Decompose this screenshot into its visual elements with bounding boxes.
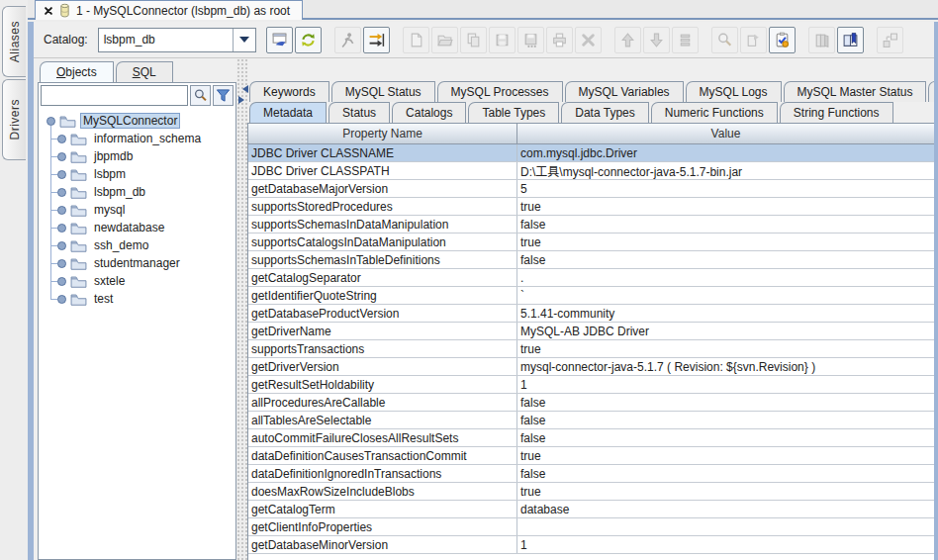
tree-expand-handle-icon[interactable] — [57, 152, 66, 161]
move-up-button[interactable] — [614, 27, 641, 53]
tree-expand-handle-icon[interactable] — [47, 117, 55, 126]
tree-expand-handle-icon[interactable] — [57, 259, 66, 268]
detail-tab[interactable]: String Functions — [780, 102, 893, 123]
table-row[interactable]: getResultSetHoldability 1 — [248, 376, 934, 394]
tree-node[interactable]: information_schema — [39, 130, 235, 147]
rollback-button[interactable] — [295, 27, 322, 53]
table-row[interactable]: getIdentifierQuoteString ` — [248, 287, 934, 305]
detail-tab[interactable]: Metadata — [249, 102, 327, 123]
sidebar-tab-aliases[interactable]: Aliases — [2, 6, 26, 77]
table-row[interactable]: supportsSchemasInDataManipulation false — [248, 216, 934, 233]
open-button[interactable] — [431, 27, 458, 53]
table-row[interactable]: supportsTransactions true — [248, 340, 934, 358]
tree-node[interactable]: mysql — [39, 201, 235, 219]
detail-tab[interactable]: Numeric Functions — [651, 102, 778, 123]
tree-node-root[interactable]: MySQLConnector — [39, 112, 235, 130]
detail-tab[interactable]: MySQL Processes — [437, 81, 563, 102]
tree-expand-handle-icon[interactable] — [57, 188, 66, 197]
detail-tab[interactable]: Table Types — [468, 102, 559, 123]
tree-expand-handle-icon[interactable] — [57, 241, 66, 250]
tree-node[interactable]: sxtele — [39, 272, 235, 290]
move-down-button[interactable] — [643, 27, 670, 53]
table-row[interactable]: supportsStoredProcedures true — [248, 198, 934, 216]
commit-button[interactable] — [266, 27, 293, 53]
table-row[interactable]: doesMaxRowSizeIncludeBlobs true — [248, 483, 934, 501]
tree-expand-handle-icon[interactable] — [57, 224, 66, 233]
property-value-cell: com.mysql.jdbc.Driver — [517, 144, 934, 161]
table-row[interactable]: getClientInfoProperties — [248, 518, 934, 536]
table-row[interactable]: getDriverName MySQL-AB JDBC Driver — [248, 323, 934, 340]
column-header-value[interactable]: Value — [517, 124, 934, 143]
save-as-button[interactable] — [517, 27, 544, 53]
splitter-collapse-right-icon[interactable] — [238, 95, 245, 104]
detail-tab[interactable]: Data Types — [561, 102, 648, 123]
detail-tab[interactable]: MySQL Ma — [928, 81, 934, 102]
session-tab[interactable]: 1 - MySQLConnector (lsbpm_db) as root — [35, 0, 303, 20]
table-row[interactable]: getDatabaseMajorVersion 5 — [248, 180, 934, 198]
filter-button[interactable] — [213, 85, 234, 106]
table-row[interactable]: dataDefinitionIgnoredInTransactions fals… — [248, 465, 934, 483]
combobox-arrow-icon[interactable] — [233, 29, 255, 51]
table-row[interactable]: supportsCatalogsInDataManipulation true — [248, 233, 934, 251]
panel-tab[interactable]: Objects — [40, 61, 114, 82]
copy-button[interactable] — [460, 27, 487, 53]
find-button[interactable] — [711, 27, 738, 53]
tree-node[interactable]: newdatabase — [39, 219, 235, 236]
tree-node[interactable]: ssh_demo — [39, 236, 235, 254]
detail-tab[interactable]: MySQL Master Status — [784, 81, 927, 102]
table-row[interactable]: autoCommitFailureClosesAllResultSets fal… — [248, 429, 934, 447]
table-row[interactable]: allTablesAreSelectable false — [248, 412, 934, 429]
search-button[interactable] — [190, 85, 211, 106]
detail-tab[interactable]: MySQL Variables — [565, 81, 684, 102]
detail-tab[interactable]: MySQL Logs — [686, 81, 782, 102]
split-pane-divider[interactable] — [236, 58, 247, 560]
catalog-combobox[interactable]: lsbpm_db — [98, 28, 256, 52]
detail-tab[interactable]: MySQL Status — [331, 81, 435, 102]
table-row[interactable]: JDBC Driver CLASSPATH D:\工具\mysql-connec… — [248, 162, 934, 180]
tree-node[interactable]: lsbpm_db — [39, 183, 235, 201]
tree-node-label: information_schema — [91, 131, 204, 146]
folder-icon — [70, 293, 87, 306]
panel-tab[interactable]: SQL — [116, 61, 173, 82]
reconnect-button[interactable] — [363, 27, 390, 53]
sidebar-tab-drivers[interactable]: Drivers — [2, 79, 26, 160]
tree-node[interactable]: test — [39, 290, 235, 308]
tree-node[interactable]: studentmanager — [39, 254, 235, 272]
table-row[interactable]: supportsSchemasInTableDefinitions false — [248, 251, 934, 269]
tree-node[interactable]: lsbpm — [39, 165, 235, 183]
tree-expand-handle-icon[interactable] — [57, 295, 66, 304]
tree-search-input[interactable] — [41, 85, 188, 106]
books-button[interactable] — [808, 27, 835, 53]
property-value-cell: false — [517, 216, 934, 233]
tree-node[interactable]: jbpmdb — [39, 147, 235, 165]
delete-button[interactable] — [575, 27, 602, 53]
close-icon[interactable] — [44, 6, 53, 16]
tree-expand-handle-icon[interactable] — [57, 135, 66, 143]
table-row[interactable]: getCatalogSeparator . — [248, 269, 934, 287]
table-row[interactable]: JDBC Driver CLASSNAME com.mysql.jdbc.Dri… — [248, 144, 934, 162]
splitter-collapse-left-icon[interactable] — [238, 84, 245, 93]
table-row[interactable]: dataDefinitionCausesTransactionCommit tr… — [248, 447, 934, 465]
list-button[interactable] — [672, 27, 699, 53]
book-bookmark-button[interactable] — [837, 27, 864, 53]
replace-button[interactable] — [740, 27, 767, 53]
table-row[interactable]: getDriverVersion mysql-connector-java-5.… — [248, 358, 934, 376]
detail-tab[interactable]: Keywords — [249, 81, 329, 102]
kill-session-button[interactable] — [334, 27, 361, 53]
table-row[interactable]: allProceduresAreCallable false — [248, 394, 934, 412]
column-header-property-name[interactable]: Property Name — [248, 124, 517, 143]
new-object-button[interactable] — [403, 27, 429, 53]
detail-tabs-row2: MetadataStatusCatalogsTable TypesData Ty… — [247, 102, 934, 123]
session-windows-button[interactable] — [877, 27, 903, 53]
table-row[interactable]: getDatabaseMinorVersion 1 — [248, 536, 934, 554]
detail-tab[interactable]: Status — [328, 102, 390, 123]
table-row[interactable]: getDatabaseProductVersion 5.1.41-communi… — [248, 305, 934, 323]
print-button[interactable] — [546, 27, 573, 53]
tree-expand-handle-icon[interactable] — [57, 277, 66, 286]
table-row[interactable]: getCatalogTerm database — [248, 501, 934, 518]
save-button[interactable] — [489, 27, 516, 53]
tree-expand-handle-icon[interactable] — [57, 206, 66, 215]
clipboard-check-button[interactable] — [769, 27, 796, 53]
tree-expand-handle-icon[interactable] — [57, 170, 66, 179]
detail-tab[interactable]: Catalogs — [392, 102, 466, 123]
